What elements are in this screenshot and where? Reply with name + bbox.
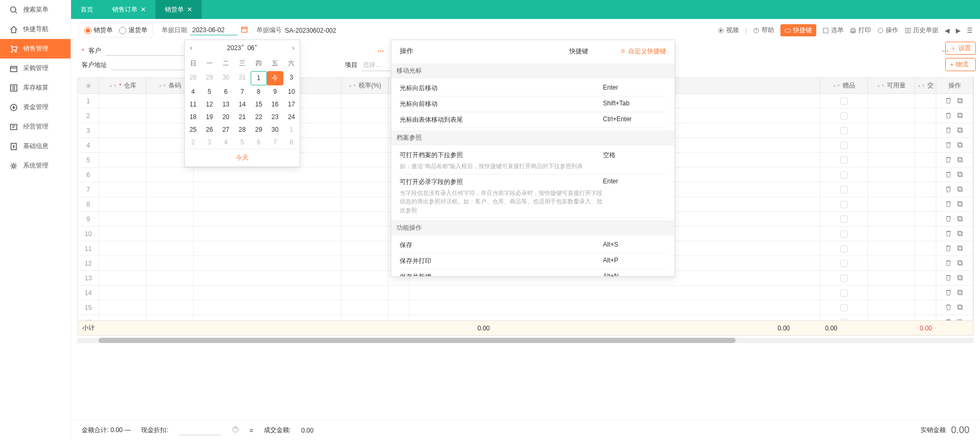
next-month-icon[interactable]: ›	[292, 44, 294, 52]
tab-sales-doc[interactable]: 销货单✕	[155, 0, 202, 19]
cell-x[interactable]	[389, 315, 410, 320]
cell-x[interactable]	[389, 300, 410, 315]
cell-warehouse[interactable]	[99, 197, 146, 211]
calendar-day-next[interactable]: 4	[217, 136, 234, 149]
calendar-day-next[interactable]: 2	[185, 136, 201, 149]
cell-rate[interactable]	[341, 227, 389, 241]
copy-icon[interactable]	[956, 200, 965, 209]
checkbox[interactable]	[840, 97, 848, 105]
delete-icon[interactable]	[945, 304, 953, 312]
cell-gift[interactable]	[820, 182, 868, 197]
cell-spec[interactable]	[194, 256, 341, 270]
sidebar-item-sales[interactable]: 销售管理	[0, 39, 71, 58]
cell-avail[interactable]	[868, 227, 915, 241]
checkbox[interactable]	[840, 127, 848, 134]
calendar-day[interactable]: 30	[267, 123, 283, 136]
cell-deliver[interactable]	[915, 315, 936, 320]
cell-rate[interactable]	[341, 241, 389, 256]
cell-gift[interactable]	[820, 168, 868, 182]
cell-avail[interactable]	[868, 256, 915, 270]
delete-icon[interactable]	[945, 97, 953, 105]
cell-avail[interactable]	[868, 94, 915, 108]
cell-avail[interactable]	[868, 182, 915, 197]
cell-deliver[interactable]	[915, 153, 936, 167]
calendar-day-next[interactable]: 1	[283, 123, 300, 136]
calendar-day[interactable]: 5	[201, 85, 217, 98]
cell-gift[interactable]	[820, 138, 868, 152]
sidebar-item-info[interactable]: 基础信息	[0, 136, 71, 156]
select-link[interactable]: 选单	[823, 26, 844, 35]
radio-return[interactable]: 退货单	[119, 26, 147, 35]
sidebar-item-sys[interactable]: 系统管理	[0, 156, 71, 175]
cell-barcode[interactable]	[146, 271, 194, 285]
calendar-day[interactable]: 13	[217, 98, 234, 111]
cell-warehouse[interactable]	[99, 138, 146, 152]
calendar-day-next[interactable]: 8	[283, 136, 300, 149]
checkbox[interactable]	[840, 319, 848, 321]
calendar-day[interactable]: 21	[234, 111, 250, 123]
cell-rate[interactable]	[341, 109, 389, 123]
copy-icon[interactable]	[956, 274, 965, 282]
checkbox[interactable]	[840, 201, 848, 208]
copy-icon[interactable]	[956, 112, 965, 120]
cell-spec[interactable]	[194, 271, 341, 285]
date-input[interactable]: 2023-06-02	[190, 25, 237, 35]
tab-home[interactable]: 首页	[71, 0, 103, 19]
cell-barcode[interactable]	[146, 182, 194, 197]
discount-input[interactable]	[179, 425, 221, 435]
cell-gift[interactable]	[820, 123, 868, 138]
delete-icon[interactable]	[945, 200, 953, 209]
cell-spec[interactable]	[194, 300, 341, 315]
calendar-today-button[interactable]: 今天	[185, 149, 300, 167]
delete-icon[interactable]	[945, 259, 953, 268]
calendar-day[interactable]: 28	[234, 123, 250, 136]
delete-icon[interactable]	[945, 245, 953, 253]
cell-avail[interactable]	[868, 286, 915, 300]
cell-barcode[interactable]	[146, 168, 194, 182]
copy-icon[interactable]	[956, 156, 965, 164]
cell-barcode[interactable]	[146, 212, 194, 226]
table-row[interactable]: 14	[78, 286, 973, 300]
cell-rate[interactable]	[341, 168, 389, 182]
copy-icon[interactable]	[956, 259, 965, 268]
cell-rate[interactable]	[341, 153, 389, 167]
cell-gift[interactable]	[820, 227, 868, 241]
cell-deliver[interactable]	[915, 227, 936, 241]
sidebar-item-stock[interactable]: 库存核算	[0, 78, 71, 97]
calendar-day-next[interactable]: 3	[201, 136, 217, 149]
copy-icon[interactable]	[956, 318, 965, 321]
checkbox[interactable]	[840, 275, 848, 282]
cell-deliver[interactable]	[915, 197, 936, 211]
cell-gift[interactable]	[820, 241, 868, 256]
cell-avail[interactable]	[868, 153, 915, 167]
cell-rate[interactable]	[341, 286, 389, 300]
delete-icon[interactable]	[945, 156, 953, 164]
cell-warehouse[interactable]	[99, 212, 146, 226]
hotkey-button[interactable]: 快捷键	[780, 24, 816, 36]
cell-avail[interactable]	[868, 212, 915, 226]
copy-icon[interactable]	[956, 97, 965, 105]
settings-button[interactable]: 设置	[945, 42, 976, 55]
calendar-day-next[interactable]: 6	[251, 136, 267, 149]
calendar-day[interactable]: 3	[283, 71, 300, 85]
cell-barcode[interactable]	[146, 256, 194, 270]
checkbox[interactable]	[840, 304, 848, 311]
cell-barcode[interactable]	[146, 227, 194, 241]
cell-deliver[interactable]	[915, 286, 936, 300]
help-link[interactable]: 帮助	[753, 26, 774, 35]
cell-barcode[interactable]	[146, 197, 194, 211]
cell-barcode[interactable]	[146, 300, 194, 315]
cell-warehouse[interactable]	[99, 315, 146, 320]
calendar-day[interactable]: 23	[267, 111, 283, 123]
copy-icon[interactable]	[956, 289, 965, 297]
calendar-day[interactable]: 25	[185, 123, 201, 136]
calendar-day[interactable]: 17	[283, 98, 300, 111]
cell-avail[interactable]	[868, 315, 915, 320]
calendar-day-next[interactable]: 7	[267, 136, 283, 149]
calendar-day[interactable]: 10	[283, 85, 300, 98]
sidebar-item-nav[interactable]: 快捷导航	[0, 19, 71, 39]
calendar-day[interactable]: 26	[201, 123, 217, 136]
calendar-day[interactable]: 9	[267, 85, 283, 98]
cell-warehouse[interactable]	[99, 153, 146, 167]
horizontal-scrollbar[interactable]	[77, 338, 974, 343]
